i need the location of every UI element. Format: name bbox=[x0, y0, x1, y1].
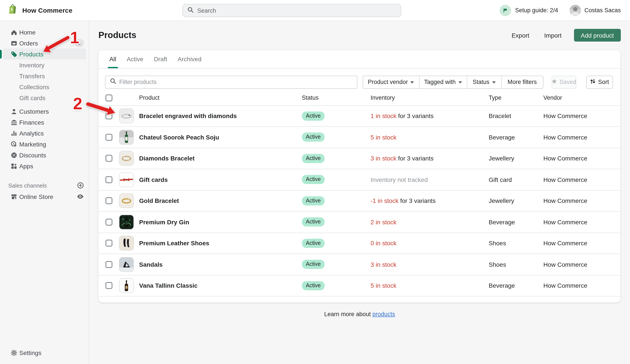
saved-filters-button[interactable]: Saved bbox=[552, 75, 576, 88]
chevron-down-icon bbox=[410, 81, 414, 83]
sidebar-item-finances[interactable]: Finances bbox=[3, 117, 86, 128]
select-all-checkbox[interactable] bbox=[106, 94, 112, 101]
row-checkbox[interactable] bbox=[106, 134, 112, 141]
inventory-detail: Inventory not tracked bbox=[370, 176, 428, 183]
search-icon bbox=[110, 78, 116, 86]
product-vendor: How Commerce bbox=[544, 261, 620, 268]
footer-help-text: Learn more about products bbox=[98, 311, 621, 317]
status-badge: Active bbox=[302, 154, 324, 163]
sidebar-item-online-store[interactable]: Online Store bbox=[3, 191, 86, 202]
sidebar-item-customers[interactable]: Customers bbox=[3, 106, 86, 117]
filter-products-field[interactable] bbox=[105, 75, 357, 88]
product-name: Bracelet engraved with diamonds bbox=[139, 113, 302, 120]
sidebar-item-label: Transfers bbox=[19, 72, 45, 79]
sort-button[interactable]: Sort bbox=[586, 75, 613, 88]
row-checkbox[interactable] bbox=[106, 113, 112, 120]
column-header-type: Type bbox=[489, 94, 544, 101]
tab-archived[interactable]: Archived bbox=[172, 50, 207, 68]
more-filters-button[interactable]: More filters bbox=[502, 76, 543, 88]
sidebar-item-analytics[interactable]: Analytics bbox=[3, 128, 86, 139]
global-search-bar[interactable] bbox=[182, 4, 401, 17]
product-type: Jewellery bbox=[489, 197, 544, 204]
search-icon bbox=[187, 6, 194, 15]
tab-draft[interactable]: Draft bbox=[148, 50, 172, 68]
sidebar-item-settings[interactable]: Settings bbox=[3, 347, 86, 358]
inventory-count: 3 in stock bbox=[370, 261, 396, 268]
inventory-count: 0 in stock bbox=[370, 240, 396, 247]
store-name: How Commerce bbox=[22, 6, 72, 14]
sidebar-item-label: Home bbox=[19, 29, 36, 36]
row-checkbox[interactable] bbox=[106, 219, 112, 226]
table-row[interactable]: Gift cards Active Inventory not tracked … bbox=[98, 169, 620, 190]
filter-products-input[interactable] bbox=[119, 79, 352, 85]
sidebar-item-transfers[interactable]: Transfers bbox=[3, 70, 86, 81]
import-button[interactable]: Import bbox=[540, 29, 566, 41]
sidebar-item-apps[interactable]: Apps bbox=[3, 160, 86, 171]
row-checkbox[interactable] bbox=[106, 197, 112, 204]
table-row[interactable]: Bracelet engraved with diamonds Active 1… bbox=[98, 106, 620, 127]
inventory-detail: for 3 variants bbox=[398, 197, 436, 204]
sidebar-item-label: Products bbox=[19, 50, 44, 57]
store-logo-group[interactable]: S How Commerce bbox=[6, 3, 72, 17]
status-badge: Active bbox=[302, 133, 324, 142]
table-row[interactable]: Vana Tallinn Classic Active 5 in stock B… bbox=[98, 275, 620, 297]
product-vendor: How Commerce bbox=[544, 282, 620, 289]
table-row[interactable]: Premium Dry Gin Active 2 in stock Bevera… bbox=[98, 212, 620, 233]
sidebar-item-orders[interactable]: Orders 1 bbox=[3, 38, 86, 48]
sidebar-item-label: Discounts bbox=[19, 151, 46, 158]
table-row[interactable]: Gold Bracelet Active -1 in stock for 3 v… bbox=[98, 190, 620, 212]
tab-active[interactable]: Active bbox=[122, 50, 148, 68]
sidebar-item-collections[interactable]: Collections bbox=[3, 81, 86, 92]
customers-icon bbox=[10, 108, 18, 115]
sidebar-item-home[interactable]: Home bbox=[3, 27, 86, 38]
inventory-count: 5 in stock bbox=[370, 282, 396, 289]
product-name: Premium Dry Gin bbox=[139, 219, 302, 226]
status-filter-label: Status bbox=[473, 79, 490, 85]
flag-icon bbox=[500, 4, 511, 16]
table-row[interactable]: Chateul Soorok Peach Soju Active 5 in st… bbox=[98, 127, 620, 148]
sidebar-item-products[interactable]: Products bbox=[3, 48, 86, 59]
avatar bbox=[570, 4, 581, 16]
user-menu[interactable]: Costas Sacas bbox=[570, 4, 621, 16]
star-icon bbox=[551, 78, 558, 86]
tab-all[interactable]: All bbox=[104, 50, 122, 68]
sidebar-item-inventory[interactable]: Inventory bbox=[3, 59, 86, 70]
shopify-admin-products-page: S How Commerce Setup guide: 2/4 bbox=[0, 0, 630, 364]
global-search-input[interactable] bbox=[197, 7, 396, 14]
shopify-logo-icon: S bbox=[6, 3, 19, 17]
eye-icon[interactable] bbox=[76, 193, 84, 200]
table-row[interactable]: Premium Leather Shoes Active 0 in stock … bbox=[98, 233, 620, 254]
status-tabs: All Active Draft Archived bbox=[98, 50, 620, 68]
sidebar-item-label: Apps bbox=[19, 162, 33, 169]
row-checkbox[interactable] bbox=[106, 176, 112, 183]
add-product-button[interactable]: Add product bbox=[574, 29, 621, 41]
sidebar-item-gift-cards[interactable]: Gift cards bbox=[3, 92, 86, 103]
table-row[interactable]: Diamonds Bracelet Active 3 in stock for … bbox=[98, 148, 620, 169]
setup-guide-button[interactable]: Setup guide: 2/4 bbox=[500, 4, 558, 16]
export-button[interactable]: Export bbox=[507, 29, 534, 41]
sidebar-item-marketing[interactable]: Marketing bbox=[3, 139, 86, 150]
add-sales-channel-button[interactable] bbox=[77, 182, 84, 189]
inventory-count: 5 in stock bbox=[370, 134, 396, 141]
sort-label: Sort bbox=[598, 79, 609, 85]
status-filter[interactable]: Status bbox=[467, 76, 502, 88]
bar-chart-icon bbox=[10, 130, 18, 137]
row-checkbox[interactable] bbox=[106, 155, 112, 162]
product-type: Shoes bbox=[489, 240, 544, 247]
product-thumbnail bbox=[119, 215, 134, 230]
row-checkbox[interactable] bbox=[106, 261, 112, 268]
product-type: Bracelet bbox=[489, 113, 544, 120]
sales-channels-header: Sales channels bbox=[3, 182, 86, 189]
row-checkbox[interactable] bbox=[106, 282, 112, 289]
product-type: Beverage bbox=[489, 282, 544, 289]
product-vendor: How Commerce bbox=[544, 155, 620, 162]
status-badge: Active bbox=[302, 218, 324, 227]
table-row[interactable]: Sandals Active 3 in stock Shoes How Comm… bbox=[98, 254, 620, 275]
row-checkbox[interactable] bbox=[106, 240, 112, 247]
sidebar-item-label: Online Store bbox=[19, 193, 54, 200]
tagged-with-filter[interactable]: Tagged with bbox=[419, 76, 467, 88]
products-help-link[interactable]: products bbox=[372, 311, 395, 317]
product-vendor-filter[interactable]: Product vendor bbox=[363, 76, 419, 88]
sidebar-item-discounts[interactable]: Discounts bbox=[3, 150, 86, 160]
sort-arrows-icon bbox=[590, 78, 596, 86]
